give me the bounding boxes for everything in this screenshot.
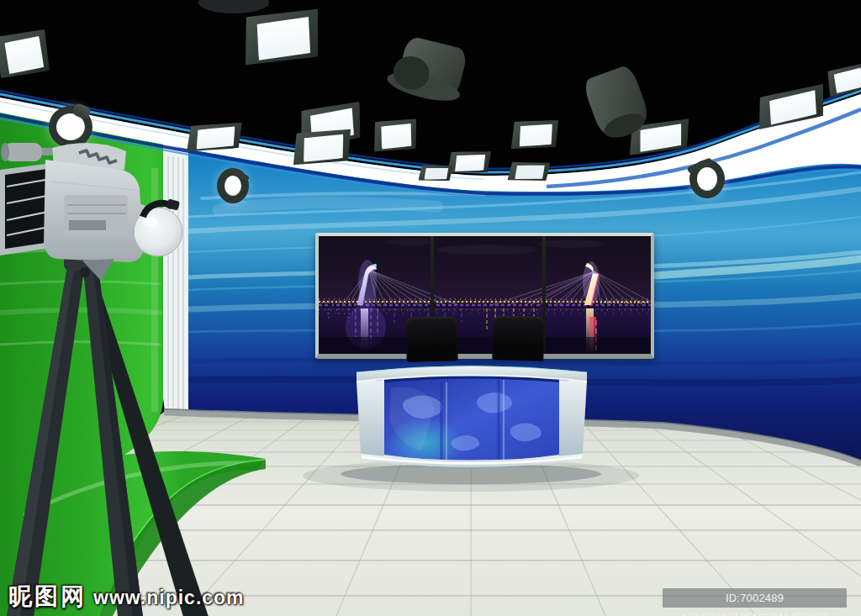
anchor-chair-left <box>405 316 457 362</box>
desk-right-pillar <box>559 380 587 460</box>
anchor-chair-right <box>492 315 544 361</box>
spot-light <box>217 168 249 203</box>
watermark-site: 昵图网 www.nipic.com <box>8 581 245 613</box>
tripod <box>7 240 209 616</box>
panel-light <box>508 116 562 152</box>
panel-light <box>506 161 551 183</box>
panel-light <box>418 164 454 182</box>
spot-light <box>689 160 725 198</box>
bridge-night-scene <box>319 236 651 354</box>
desk-left-pillar <box>357 380 384 460</box>
camera-viewfinder <box>1 143 52 161</box>
studio-camera <box>0 123 210 616</box>
video-wall <box>315 233 654 359</box>
studio-scene: 昵图网 www.nipic.com ID:7002489 NO:20210125… <box>0 0 861 616</box>
camera-body <box>44 143 153 281</box>
anchor-desk <box>354 359 589 473</box>
site-url: www.nipic.com <box>93 587 245 609</box>
watermark-image-id: ID:7002489 NO:20210125165341458082 <box>663 588 847 608</box>
site-logo: 昵图网 <box>8 581 87 613</box>
